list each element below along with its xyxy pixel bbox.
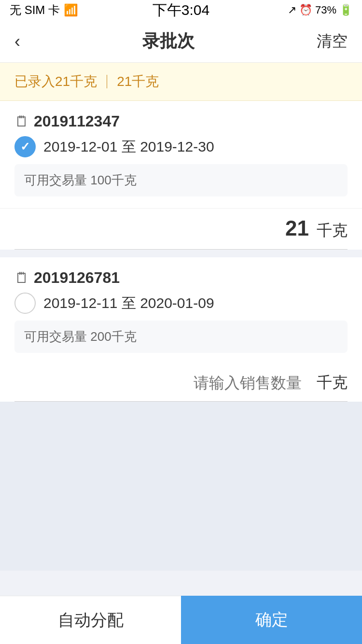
empty-space: [0, 402, 362, 571]
battery-icon: 🔋: [339, 4, 352, 16]
status-bar: 无 SIM 卡 📶 下午3:04 ↗ ⏰ 73% 🔋: [0, 0, 362, 20]
radio-1[interactable]: [14, 136, 36, 157]
batch-icon-2: 🗒: [14, 270, 29, 286]
batch-date-row-2[interactable]: 2019-12-11 至 2020-01-09: [14, 293, 348, 314]
batch-id-2: 2019126781: [34, 269, 120, 287]
alarm-icon: ⏰: [299, 4, 312, 16]
batch-avail-text-2: 可用交易量 200千克: [24, 329, 137, 344]
batch-id-1: 2019112347: [34, 112, 120, 130]
section-divider: [0, 250, 362, 257]
carrier-text: 无 SIM 卡: [10, 2, 60, 18]
batch-card-2: 🗒 2019126781 2019-12-11 至 2020-01-09 可用交…: [0, 257, 362, 402]
batch-icon-1: 🗒: [14, 113, 29, 130]
status-right: ↗ ⏰ 73% 🔋: [288, 4, 352, 16]
amount-unit-1: 千克: [317, 220, 348, 241]
status-time: 下午3:04: [153, 0, 209, 20]
battery-percent: 73%: [315, 4, 336, 16]
quantity-input-2[interactable]: [14, 374, 309, 392]
amount-row-1: 21 千克: [0, 208, 362, 249]
back-button[interactable]: ‹: [14, 31, 20, 52]
batch-date-2: 2019-12-11 至 2020-01-09: [43, 294, 214, 313]
wifi-icon: 📶: [64, 3, 78, 17]
radio-2[interactable]: [14, 293, 36, 314]
batch-card-1: 🗒 2019112347 2019-12-01 至 2019-12-30 可用交…: [0, 101, 362, 250]
summary-divider: [107, 75, 107, 88]
batch-id-row-2: 🗒 2019126781: [14, 269, 348, 287]
summary-bar: 已录入21千克 21千克: [0, 63, 362, 101]
input-unit-2: 千克: [317, 372, 348, 393]
batch-avail-text-1: 可用交易量 100千克: [24, 173, 137, 187]
batch-item-1: 🗒 2019112347 2019-12-01 至 2019-12-30 可用交…: [0, 101, 362, 208]
bottom-bar: 自动分配 确定: [0, 596, 362, 644]
status-carrier: 无 SIM 卡 📶: [10, 2, 78, 18]
amount-value-1: 21: [285, 216, 309, 240]
batch-date-row-1[interactable]: 2019-12-01 至 2019-12-30: [14, 136, 348, 157]
batch-avail-row-1: 可用交易量 100千克: [14, 164, 348, 196]
page-title: 录批次: [142, 29, 195, 53]
auto-distribute-button[interactable]: 自动分配: [0, 596, 181, 644]
clear-button[interactable]: 清空: [317, 31, 348, 52]
summary-label: 已录入21千克: [14, 72, 97, 91]
batch-date-1: 2019-12-01 至 2019-12-30: [43, 137, 214, 157]
location-icon: ↗: [288, 4, 296, 16]
batch-id-row-1: 🗒 2019112347: [14, 112, 348, 130]
batch-avail-row-2: 可用交易量 200千克: [14, 321, 348, 353]
confirm-button[interactable]: 确定: [181, 596, 362, 644]
nav-bar: ‹ 录批次 清空: [0, 20, 362, 63]
input-row-2[interactable]: 千克: [0, 364, 362, 401]
summary-value: 21千克: [117, 72, 159, 91]
batch-item-2: 🗒 2019126781 2019-12-11 至 2020-01-09 可用交…: [0, 257, 362, 364]
